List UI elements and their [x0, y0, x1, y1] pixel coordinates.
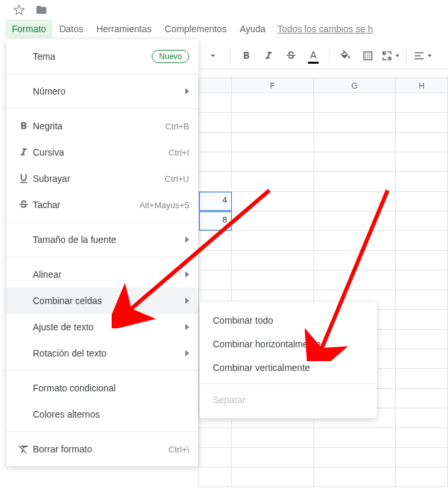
- cell-selected[interactable]: 4: [199, 192, 232, 211]
- menu-ayuda[interactable]: Ayuda: [233, 20, 272, 38]
- strikethrough-button[interactable]: [282, 47, 300, 65]
- font-size-dropdown[interactable]: [200, 47, 223, 65]
- submenu-combinar-todo[interactable]: Combinar todo: [200, 309, 377, 332]
- merge-button[interactable]: [381, 47, 399, 65]
- chevron-right-icon: [185, 297, 189, 304]
- folder-icon[interactable]: [35, 4, 47, 18]
- toolbar-separator: [406, 49, 407, 62]
- underline-icon: [14, 173, 33, 184]
- spreadsheet[interactable]: F G H 4 8: [198, 77, 448, 487]
- align-button[interactable]: [413, 47, 432, 65]
- menu-herramientas[interactable]: Herramientas: [90, 20, 158, 38]
- clear-format-icon: [14, 443, 33, 455]
- submenu-combinar-vertical[interactable]: Combinar verticalmente: [200, 356, 377, 380]
- menubar: Formato Datos Herramientas Complementos …: [5, 20, 373, 38]
- menu-item-combinar[interactable]: Combinar celdas: [7, 288, 198, 314]
- menu-item-cursiva[interactable]: Cursiva Ctrl+I: [7, 139, 198, 165]
- menu-item-subrayar[interactable]: Subrayar Ctrl+U: [7, 165, 198, 192]
- menu-complementos[interactable]: Complementos: [158, 20, 233, 38]
- menu-item-tamano[interactable]: Tamaño de la fuente: [7, 227, 198, 253]
- corner-header[interactable]: [199, 78, 232, 93]
- submenu-combinar-horizontal[interactable]: Combinar horizontalmente: [200, 332, 377, 356]
- format-dropdown: Tema Nuevo Número Negrita Ctrl+B Cursiva…: [7, 39, 198, 466]
- star-icon[interactable]: [13, 4, 25, 18]
- menu-item-borrar[interactable]: Borrar formato Ctrl+\: [7, 436, 198, 462]
- menu-item-rotacion[interactable]: Rotación del texto: [7, 340, 198, 366]
- strikethrough-icon: [14, 199, 33, 211]
- menu-item-tema[interactable]: Tema Nuevo: [7, 43, 198, 70]
- nuevo-badge: Nuevo: [152, 50, 189, 63]
- saved-status[interactable]: Todos los cambios se h: [277, 24, 373, 34]
- menu-item-tachar[interactable]: Tachar Alt+Mayús+5: [7, 192, 198, 218]
- bold-icon: [14, 120, 33, 132]
- menu-item-numero[interactable]: Número: [7, 78, 198, 104]
- chevron-right-icon: [185, 88, 189, 95]
- menu-datos[interactable]: Datos: [53, 20, 90, 38]
- toolbar-separator: [329, 49, 330, 62]
- combinar-submenu: Combinar todo Combinar horizontalmente C…: [200, 302, 377, 418]
- menu-item-colores[interactable]: Colores alternos: [7, 401, 198, 427]
- italic-icon: [14, 146, 33, 158]
- chevron-right-icon: [185, 324, 189, 330]
- fill-color-button[interactable]: [336, 47, 355, 65]
- col-header-g[interactable]: G: [314, 78, 396, 93]
- menu-item-ajuste[interactable]: Ajuste de texto: [7, 314, 198, 340]
- submenu-separar: Separar: [200, 388, 377, 412]
- col-header-f[interactable]: F: [232, 78, 314, 93]
- menu-item-negrita[interactable]: Negrita Ctrl+B: [7, 113, 198, 139]
- chevron-right-icon: [185, 271, 189, 278]
- cell-selected[interactable]: 8: [199, 211, 232, 230]
- text-color-button[interactable]: [304, 47, 323, 65]
- toolbar-separator: [230, 49, 231, 62]
- menu-item-condicional[interactable]: Formato condicional: [7, 375, 198, 401]
- menu-item-alinear[interactable]: Alinear: [7, 261, 198, 288]
- menu-formato[interactable]: Formato: [5, 20, 53, 38]
- chevron-right-icon: [185, 350, 189, 357]
- italic-button[interactable]: [259, 47, 278, 65]
- toolbar: [200, 46, 448, 70]
- bold-button[interactable]: [237, 47, 256, 65]
- borders-button[interactable]: [359, 47, 377, 65]
- col-header-h[interactable]: H: [396, 78, 448, 93]
- chevron-right-icon: [185, 236, 189, 243]
